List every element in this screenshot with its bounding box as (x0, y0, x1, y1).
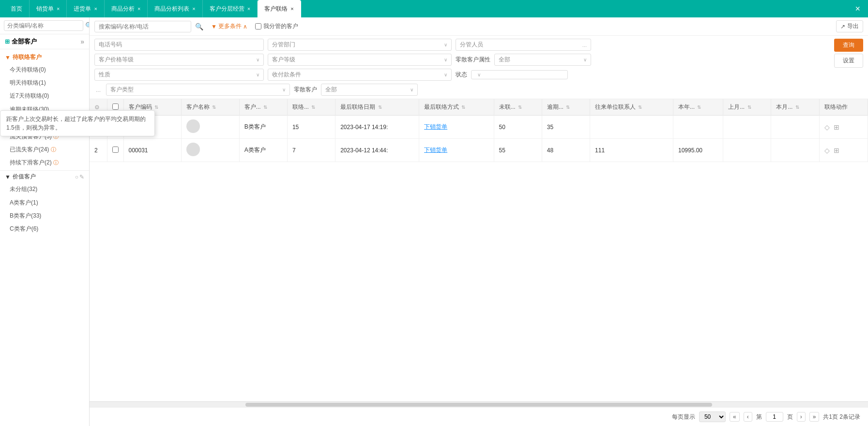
row2-view-icon[interactable]: ◇ (824, 147, 830, 154)
row2-more-icon[interactable]: ⊞ (834, 147, 839, 154)
per-page-select[interactable]: 50 20 100 (699, 411, 726, 422)
row1-pending: 50 (494, 116, 542, 139)
prev-page-btn[interactable]: ‹ (744, 412, 752, 422)
sidebar-search-input[interactable] (4, 20, 83, 31)
filter-search-input[interactable] (94, 21, 191, 32)
customer-type-filter[interactable]: 客户类型 ∨ (106, 84, 290, 96)
col-last-date-sort[interactable]: ⇅ (378, 104, 382, 110)
col-this-year-sort[interactable]: ⇅ (697, 104, 701, 110)
select-all-checkbox[interactable] (112, 103, 119, 110)
customer-table-area: ⚙ 客户编码 ⇅ 客户名称 ⇅ (90, 99, 868, 401)
col-last-way-sort[interactable]: ⇅ (461, 104, 465, 110)
first-page-btn[interactable]: « (730, 412, 740, 422)
row1-view-icon[interactable]: ◇ (824, 123, 830, 131)
gender-chevron: ∨ (256, 72, 259, 77)
sidebar-item-ungrouped[interactable]: 未分组(32) (0, 183, 89, 196)
nav-tab-customer-contact[interactable]: 客户联络 × (258, 0, 301, 17)
filter-more-button[interactable]: ▼ 更多条件 ∧ (207, 21, 251, 32)
settings-col-icon[interactable]: ⚙ (94, 104, 100, 111)
row1-last-way[interactable]: 下销货单 (419, 116, 494, 139)
sidebar-item-tomorrow[interactable]: 明天待联络(1) (0, 76, 89, 89)
edit-icons: ○ ✎ (75, 174, 84, 180)
filter-search-icon[interactable]: 🔍 (195, 23, 203, 30)
col-pending-sort[interactable]: ⇅ (518, 104, 522, 110)
col-last-month-sort[interactable]: ⇅ (747, 104, 751, 110)
status-label: 状态 (456, 71, 467, 79)
last-page-btn[interactable]: » (809, 412, 820, 422)
col-contact-person: 往来单位联系人 ⇅ (590, 99, 673, 116)
person-more[interactable]: ... (582, 42, 587, 48)
value-group-title[interactable]: ▼ 价值客户 ○ ✎ (0, 170, 89, 183)
sidebar-item-7days[interactable]: 近7天待联络(0) (0, 89, 89, 103)
col-contact-person-sort[interactable]: ⇅ (638, 104, 642, 110)
retail-attr-filter[interactable]: 全部 ∨ (494, 54, 591, 66)
price-grade-chevron: ∨ (256, 57, 259, 62)
sidebar-item-churned[interactable]: 已流失客户(24) ⓘ (0, 143, 89, 156)
col-name-sort[interactable]: ⇅ (212, 104, 216, 110)
page-prefix-label: 第 (756, 413, 762, 421)
col-code-sort[interactable]: ⇅ (154, 104, 158, 110)
page-number-input[interactable] (766, 412, 783, 422)
pending-section-title[interactable]: ▼ 待联络客户 (0, 51, 89, 63)
row2-last-way[interactable]: 下销货单 (419, 139, 494, 162)
nav-tab-sales[interactable]: 销货单 × (30, 0, 67, 17)
phone-filter[interactable]: 电话号码 (94, 39, 264, 51)
dept-filter[interactable]: 分管部门 ∨ (268, 39, 452, 51)
row1-more-icon[interactable]: ⊞ (834, 123, 839, 131)
col-action: 联络动作 (819, 99, 868, 116)
circle-icon[interactable]: ○ (75, 174, 78, 180)
row2-last-month (723, 139, 771, 162)
row1-last-way-link[interactable]: 下销货单 (424, 123, 447, 130)
settings-button[interactable]: 设置 (834, 54, 863, 68)
row2-grade: A类客户 (239, 139, 287, 162)
row2-checkbox[interactable] (107, 139, 123, 162)
sidebar-item-c-class[interactable]: C类客户(6) (0, 222, 89, 235)
price-grade-filter[interactable]: 客户价格等级 ∨ (94, 54, 264, 66)
sidebar-item-b-class[interactable]: B类客户(33) (0, 209, 89, 222)
my-customers-checkbox[interactable] (255, 23, 261, 29)
close-contact-tab[interactable]: × (290, 6, 293, 12)
close-sales-tab[interactable]: × (57, 6, 60, 12)
retail-customer-filter[interactable]: 全部 ∨ (321, 84, 418, 96)
nav-tab-customer-segment[interactable]: 客户分层经营 × (203, 0, 258, 17)
col-grade: 客户... ⇅ (239, 99, 287, 116)
close-analysis-list-tab[interactable]: × (192, 6, 195, 12)
horizontal-scrollbar[interactable] (90, 401, 868, 407)
row1-action-icons: ◇ ⊞ (824, 123, 863, 131)
row2-last-way-link[interactable]: 下销货单 (424, 147, 447, 153)
more-dots[interactable]: ... (94, 85, 102, 95)
sidebar-item-today[interactable]: 今天待联络(0) (0, 63, 89, 76)
status-filter[interactable]: ∨ (471, 70, 568, 79)
close-analysis-tab[interactable]: × (137, 6, 140, 12)
my-customers-filter[interactable]: 我分管的客户 (255, 22, 298, 30)
close-segment-tab[interactable]: × (247, 6, 250, 12)
col-overdue-sort[interactable]: ⇅ (566, 104, 570, 110)
col-grade-sort[interactable]: ⇅ (263, 104, 267, 110)
tooltip-box: 距客户上次交易时长，超过了此客户的平均交易周期的1.5倍，则视为异常。 (0, 110, 90, 136)
sidebar-item-declining[interactable]: 持续下滑客户(2) ⓘ (0, 156, 89, 169)
payment-filter[interactable]: 收付款条件 ∨ (268, 69, 452, 81)
sidebar-search-icon[interactable]: 🔍 (85, 22, 90, 29)
next-page-btn[interactable]: › (797, 412, 806, 422)
scrollbar-thumb[interactable] (245, 403, 713, 407)
sidebar-item-a-class[interactable]: A类客户(1) (0, 196, 89, 209)
sidebar-collapse-icon[interactable]: » (80, 38, 84, 45)
grade-filter[interactable]: 客户等级 ∨ (268, 54, 452, 66)
row2-check[interactable] (112, 147, 119, 153)
query-button[interactable]: 查询 (834, 39, 863, 52)
close-purchase-tab[interactable]: × (94, 6, 97, 12)
gender-filter[interactable]: 性质 ∨ (94, 69, 264, 81)
edit-icon[interactable]: ✎ (79, 174, 84, 180)
col-contact-sort[interactable]: ⇅ (311, 104, 315, 110)
window-close-button[interactable]: × (851, 4, 864, 14)
nav-tab-analysis[interactable]: 商品分析 × (105, 0, 148, 17)
col-name: 客户名称 ⇅ (182, 99, 240, 116)
export-button[interactable]: ↗ 导出 (836, 20, 863, 32)
nav-tab-analysis-list[interactable]: 商品分析列表 × (148, 0, 202, 17)
table-body: 1 000039 B类客户 15 2023-04-17 14:19: 下销货单 (90, 116, 868, 162)
nav-tab-home[interactable]: 首页 (4, 0, 30, 17)
customer-table: ⚙ 客户编码 ⇅ 客户名称 ⇅ (90, 99, 868, 162)
nav-tab-purchase[interactable]: 进货单 × (67, 0, 104, 17)
col-this-month-sort[interactable]: ⇅ (795, 104, 799, 110)
person-filter[interactable]: 分管人员 ... (456, 39, 591, 51)
